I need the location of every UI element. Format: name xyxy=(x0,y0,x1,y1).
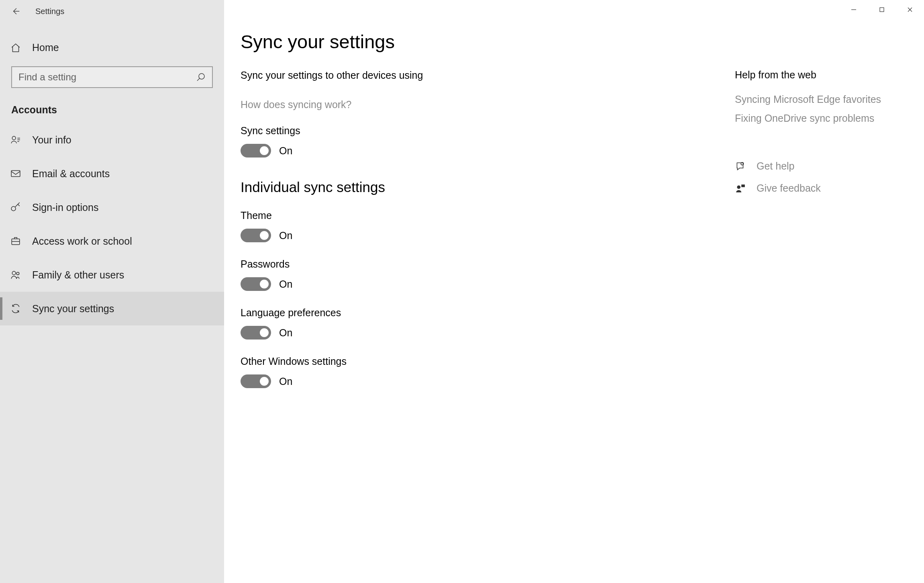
sidebar-item-label: Sync your settings xyxy=(32,303,114,315)
feedback-icon xyxy=(735,184,746,193)
get-help-link[interactable]: Get help xyxy=(735,160,904,172)
help-link-onedrive-sync[interactable]: Fixing OneDrive sync problems xyxy=(735,113,904,124)
sidebar-item-home[interactable]: Home xyxy=(0,34,224,61)
give-feedback-label: Give feedback xyxy=(757,182,821,194)
help-panel: Help from the web Syncing Microsoft Edge… xyxy=(735,69,904,205)
sync-settings-state: On xyxy=(279,145,292,157)
sidebar-item-your-info[interactable]: Your info xyxy=(0,123,224,157)
window-controls xyxy=(840,0,924,19)
home-icon xyxy=(10,43,21,53)
sidebar-item-label: Sign-in options xyxy=(32,202,98,213)
content: Sync your settings Sync your settings to… xyxy=(241,31,702,404)
sync-icon xyxy=(10,303,21,314)
close-button[interactable] xyxy=(896,0,924,19)
titlebar-left: Settings xyxy=(0,0,224,23)
other-windows-settings-label: Other Windows settings xyxy=(241,356,702,367)
back-button[interactable] xyxy=(8,3,24,19)
help-title: Help from the web xyxy=(735,69,904,81)
svg-rect-10 xyxy=(741,184,745,187)
search-input[interactable] xyxy=(18,72,196,83)
page-title: Sync your settings xyxy=(241,31,702,53)
people-icon xyxy=(10,270,21,280)
passwords-toggle-row: On xyxy=(241,277,702,291)
sync-description: Sync your settings to other devices usin… xyxy=(241,70,702,81)
minimize-button[interactable] xyxy=(840,0,868,19)
sync-settings-toggle-row: On xyxy=(241,144,702,158)
sync-settings-label: Sync settings xyxy=(241,125,702,137)
person-card-icon xyxy=(10,135,21,145)
maximize-button[interactable] xyxy=(868,0,896,19)
search-icon xyxy=(196,72,206,82)
sidebar-item-family-users[interactable]: Family & other users xyxy=(0,258,224,292)
theme-toggle[interactable] xyxy=(241,229,271,242)
other-windows-settings-state: On xyxy=(279,376,292,387)
home-label: Home xyxy=(32,42,59,53)
sidebar-item-label: Access work or school xyxy=(32,235,132,247)
search-wrap xyxy=(11,66,213,88)
key-icon xyxy=(10,202,21,213)
svg-point-9 xyxy=(737,185,740,189)
get-help-icon xyxy=(735,162,746,171)
sync-settings-toggle[interactable] xyxy=(241,144,271,158)
sidebar-item-label: Your info xyxy=(32,134,71,146)
main-area: Sync your settings Sync your settings to… xyxy=(224,0,924,583)
sidebar-item-sync-settings[interactable]: Sync your settings xyxy=(0,292,224,325)
search-box[interactable] xyxy=(11,66,213,88)
other-windows-settings-toggle-row: On xyxy=(241,374,702,388)
passwords-state: On xyxy=(279,278,292,290)
sidebar-item-email-accounts[interactable]: Email & accounts xyxy=(0,157,224,190)
get-help-label: Get help xyxy=(757,160,795,172)
sidebar-item-label: Email & accounts xyxy=(32,168,110,180)
theme-state: On xyxy=(279,230,292,241)
minimize-icon xyxy=(851,6,857,13)
language-preferences-state: On xyxy=(279,327,292,339)
briefcase-icon xyxy=(10,236,21,246)
give-feedback-link[interactable]: Give feedback xyxy=(735,182,904,194)
mail-icon xyxy=(10,168,21,179)
svg-rect-7 xyxy=(880,8,884,12)
help-link-edge-favorites[interactable]: Syncing Microsoft Edge favorites xyxy=(735,94,904,105)
category-header: Accounts xyxy=(0,88,224,123)
passwords-label: Passwords xyxy=(241,258,702,270)
sidebar-item-access-work-school[interactable]: Access work or school xyxy=(0,224,224,258)
svg-point-1 xyxy=(12,136,16,140)
sidebar: Settings Home Accounts Your info Email &… xyxy=(0,0,224,583)
back-arrow-icon xyxy=(12,7,20,16)
language-preferences-toggle-row: On xyxy=(241,326,702,340)
svg-point-5 xyxy=(12,271,16,275)
svg-point-6 xyxy=(16,272,19,275)
language-preferences-label: Language preferences xyxy=(241,307,702,319)
svg-point-3 xyxy=(11,207,16,211)
passwords-toggle[interactable] xyxy=(241,277,271,291)
individual-sync-header: Individual sync settings xyxy=(241,179,702,195)
app-title: Settings xyxy=(35,7,64,16)
theme-toggle-row: On xyxy=(241,229,702,242)
maximize-icon xyxy=(879,6,885,13)
sidebar-item-signin-options[interactable]: Sign-in options xyxy=(0,190,224,224)
svg-point-0 xyxy=(199,74,204,79)
other-windows-settings-toggle[interactable] xyxy=(241,374,271,388)
language-preferences-toggle[interactable] xyxy=(241,326,271,340)
how-syncing-works-link[interactable]: How does syncing work? xyxy=(241,99,702,110)
close-icon xyxy=(907,6,913,13)
svg-rect-2 xyxy=(11,170,20,176)
theme-label: Theme xyxy=(241,210,702,221)
sidebar-item-label: Family & other users xyxy=(32,269,124,281)
